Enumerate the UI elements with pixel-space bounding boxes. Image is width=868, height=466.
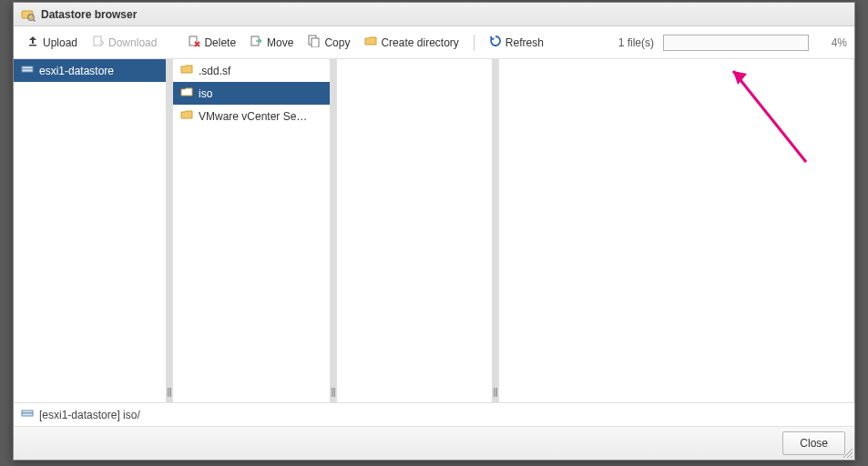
column-2: .sdd.sf iso VMware vCenter Se… ||| (173, 59, 337, 402)
dialog-title: Datastore browser (41, 8, 137, 21)
move-label: Move (267, 36, 293, 49)
datastore-browser-dialog: Datastore browser Upload Download Delete… (13, 2, 855, 461)
svg-rect-12 (22, 413, 33, 416)
column-resize-handle[interactable]: ||| (330, 59, 336, 402)
delete-icon (188, 35, 200, 50)
folder-icon (180, 108, 193, 124)
svg-rect-5 (189, 36, 197, 46)
statusbar: [esxi1-datastore] iso/ (14, 403, 854, 427)
folder-item-label: VMware vCenter Se… (199, 110, 307, 123)
upload-button[interactable]: Upload (21, 32, 83, 53)
folder-item-label: iso (199, 87, 212, 100)
datastore-path-icon (21, 407, 34, 422)
folder-plus-icon (364, 35, 377, 50)
copy-icon (308, 35, 321, 50)
download-button: Download (87, 32, 162, 53)
datastore-item[interactable]: esxi1-datastore (14, 59, 172, 82)
download-icon (92, 35, 105, 50)
move-icon (250, 35, 263, 50)
column-browser: esxi1-datastore ||| .sdd.sf iso VMware v… (14, 59, 854, 403)
upload-icon (26, 35, 39, 50)
create-directory-label: Create directory (381, 36, 458, 49)
magnifier-folder-icon (21, 7, 36, 22)
toolbar-separator (474, 35, 475, 51)
svg-rect-4 (94, 36, 101, 46)
close-button[interactable]: Close (782, 431, 845, 455)
download-label: Download (108, 36, 157, 49)
datastore-icon (21, 63, 34, 78)
current-path: [esxi1-datastore] iso/ (39, 409, 140, 421)
folder-icon (180, 86, 193, 101)
file-count: 1 file(s) (618, 36, 654, 49)
refresh-icon (489, 35, 502, 50)
svg-rect-10 (22, 69, 33, 72)
titlebar: Datastore browser (14, 3, 854, 26)
upload-label: Upload (43, 36, 77, 49)
column-1: esxi1-datastore ||| (14, 59, 173, 402)
column-resize-handle[interactable]: ||| (492, 59, 498, 402)
svg-line-2 (33, 19, 35, 21)
svg-rect-8 (311, 38, 319, 47)
resize-grip-icon[interactable] (842, 447, 853, 458)
folder-item[interactable]: iso (173, 82, 336, 105)
copy-label: Copy (324, 36, 350, 49)
copy-button[interactable]: Copy (302, 32, 355, 53)
create-directory-button[interactable]: Create directory (359, 32, 464, 53)
folder-item-label: .sdd.sf (199, 65, 230, 77)
datastore-item-label: esxi1-datastore (39, 65, 114, 77)
move-button[interactable]: Move (245, 32, 299, 53)
upload-progress-percent: 4% (822, 36, 847, 49)
dialog-footer: Close (14, 427, 854, 460)
upload-progress-bar (663, 35, 809, 51)
svg-rect-3 (29, 45, 36, 46)
column-resize-handle[interactable]: ||| (166, 59, 172, 402)
folder-item[interactable]: .sdd.sf (173, 59, 336, 82)
delete-button[interactable]: Delete (182, 32, 241, 53)
delete-label: Delete (204, 36, 236, 49)
column-4 (499, 59, 854, 402)
column-3: ||| (337, 59, 499, 402)
folder-item[interactable]: VMware vCenter Se… (173, 105, 336, 127)
toolbar: Upload Download Delete Move Copy Create … (14, 26, 854, 59)
refresh-label: Refresh (505, 36, 544, 49)
refresh-button[interactable]: Refresh (484, 32, 549, 53)
folder-icon (180, 63, 193, 78)
